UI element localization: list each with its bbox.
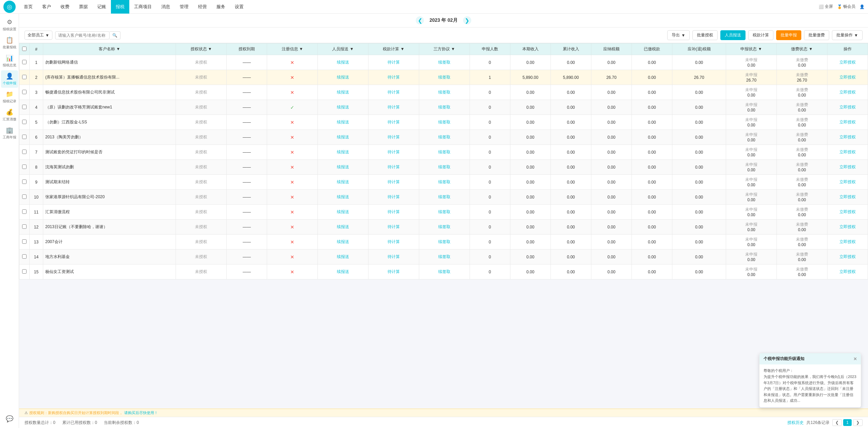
sidebar-item-annual-tax[interactable]: 💰 汇算清缴 bbox=[1, 106, 18, 124]
row-tripartite[interactable]: 续签取 bbox=[419, 175, 470, 190]
row-checkbox-cell[interactable] bbox=[19, 55, 30, 70]
sort-icon[interactable]: ▼ bbox=[809, 47, 813, 51]
row-tripartite[interactable]: 续签取 bbox=[419, 205, 470, 220]
row-checkbox[interactable] bbox=[22, 224, 27, 229]
member-btn[interactable]: 🏅 畅会员 bbox=[837, 4, 855, 10]
row-tax-calc[interactable]: 待计算 bbox=[369, 145, 419, 160]
row-action[interactable]: 立即授权 bbox=[827, 205, 868, 220]
nav-manage[interactable]: 管理 bbox=[175, 0, 193, 14]
sidebar-item-tax-overview[interactable]: 📊 报税总览 bbox=[1, 52, 18, 70]
row-checkbox-cell[interactable] bbox=[19, 70, 30, 85]
row-checkbox[interactable] bbox=[22, 209, 27, 214]
nav-customer[interactable]: 客户 bbox=[37, 0, 56, 14]
search-button[interactable]: 🔍 bbox=[110, 31, 120, 39]
row-person-report[interactable]: 续报送 bbox=[318, 205, 369, 220]
row-tripartite[interactable]: 续签取 bbox=[419, 250, 470, 264]
row-checkbox[interactable] bbox=[22, 60, 27, 64]
nav-invoice[interactable]: 票据 bbox=[74, 0, 93, 14]
row-tax-calc[interactable]: 待计算 bbox=[369, 70, 419, 85]
row-checkbox-cell[interactable] bbox=[19, 115, 30, 130]
next-page-btn[interactable]: ❯ bbox=[853, 419, 863, 426]
sort-icon[interactable]: ▼ bbox=[758, 47, 762, 51]
row-checkbox-cell[interactable] bbox=[19, 264, 30, 279]
row-person-report[interactable]: 续报送 bbox=[318, 55, 369, 70]
row-checkbox[interactable] bbox=[22, 90, 27, 94]
row-tripartite[interactable]: 续签取 bbox=[419, 115, 470, 130]
nav-business[interactable]: 工商项目 bbox=[129, 0, 157, 14]
batch-fee-btn[interactable]: 批量缴费 bbox=[804, 30, 829, 40]
row-tax-calc[interactable]: 待计算 bbox=[369, 160, 419, 175]
row-tripartite[interactable]: 续签取 bbox=[419, 130, 470, 145]
row-action[interactable]: 立即授权 bbox=[827, 55, 868, 70]
row-checkbox[interactable] bbox=[22, 194, 27, 199]
row-action[interactable]: 立即授权 bbox=[827, 85, 868, 100]
row-checkbox[interactable] bbox=[22, 75, 27, 79]
row-tax-calc[interactable]: 待计算 bbox=[369, 85, 419, 100]
row-person-report[interactable]: 续报送 bbox=[318, 220, 369, 235]
row-checkbox-cell[interactable] bbox=[19, 235, 30, 250]
row-action[interactable]: 立即授权 bbox=[827, 190, 868, 205]
row-action[interactable]: 立即授权 bbox=[827, 264, 868, 279]
row-tripartite[interactable]: 续签取 bbox=[419, 70, 470, 85]
prev-page-btn[interactable]: ❮ bbox=[832, 419, 842, 426]
row-checkbox[interactable] bbox=[22, 254, 27, 259]
sort-icon[interactable]: ▼ bbox=[208, 47, 212, 51]
row-checkbox[interactable] bbox=[22, 135, 27, 139]
row-checkbox[interactable] bbox=[22, 269, 27, 274]
row-tax-calc[interactable]: 待计算 bbox=[369, 264, 419, 279]
row-tripartite[interactable]: 续签取 bbox=[419, 190, 470, 205]
row-tax-calc[interactable]: 待计算 bbox=[369, 130, 419, 145]
nav-service[interactable]: 服务 bbox=[212, 0, 230, 14]
nav-home[interactable]: 首页 bbox=[19, 0, 37, 14]
hint-link[interactable]: 请购买后尽快使用！ bbox=[124, 410, 158, 415]
sort-icon[interactable]: ▼ bbox=[350, 47, 354, 51]
row-person-report[interactable]: 续报送 bbox=[318, 250, 369, 264]
prev-month-btn[interactable]: ❮ bbox=[416, 16, 424, 24]
sort-icon[interactable]: ▼ bbox=[400, 47, 405, 51]
row-person-report[interactable]: 续报送 bbox=[318, 190, 369, 205]
person-report-btn[interactable]: 人员报送 bbox=[720, 30, 746, 40]
row-action[interactable]: 立即授权 bbox=[827, 250, 868, 264]
row-tax-calc[interactable]: 待计算 bbox=[369, 220, 419, 235]
row-checkbox[interactable] bbox=[22, 165, 27, 169]
row-tax-calc[interactable]: 待计算 bbox=[369, 235, 419, 250]
sidebar-item-tax-settings[interactable]: ⚙ 报税设置 bbox=[1, 16, 18, 34]
row-tax-calc[interactable]: 待计算 bbox=[369, 205, 419, 220]
batch-auth-btn[interactable]: 批量授权 bbox=[692, 30, 718, 40]
user-avatar[interactable]: 👤 bbox=[859, 4, 865, 9]
nav-operation[interactable]: 经营 bbox=[193, 0, 212, 14]
row-checkbox[interactable] bbox=[22, 150, 27, 154]
row-action[interactable]: 立即授权 bbox=[827, 145, 868, 160]
nav-settings[interactable]: 设置 bbox=[230, 0, 248, 14]
row-checkbox-cell[interactable] bbox=[19, 190, 30, 205]
row-action[interactable]: 立即授权 bbox=[827, 235, 868, 250]
fullscreen-btn[interactable]: ⬜ 全屏 bbox=[819, 4, 833, 10]
nav-bookkeeping[interactable]: 记账 bbox=[93, 0, 111, 14]
sidebar-item-personal-tax[interactable]: 👤 个税申报 bbox=[1, 70, 18, 88]
header-checkbox[interactable] bbox=[19, 44, 30, 55]
sort-icon[interactable]: ▼ bbox=[299, 47, 303, 51]
row-person-report[interactable]: 续报送 bbox=[318, 235, 369, 250]
export-btn[interactable]: 导出 ▼ bbox=[667, 30, 690, 40]
row-checkbox-cell[interactable] bbox=[19, 145, 30, 160]
row-tax-calc[interactable]: 待计算 bbox=[369, 115, 419, 130]
row-person-report[interactable]: 续报送 bbox=[318, 100, 369, 115]
row-action[interactable]: 立即授权 bbox=[827, 100, 868, 115]
sidebar-item-tax-records[interactable]: 📁 报税记录 bbox=[1, 88, 18, 106]
nav-tax[interactable]: 报税 bbox=[111, 0, 129, 14]
row-tripartite[interactable]: 续签取 bbox=[419, 85, 470, 100]
row-tripartite[interactable]: 续签取 bbox=[419, 235, 470, 250]
row-person-report[interactable]: 续报送 bbox=[318, 264, 369, 279]
select-all-checkbox[interactable] bbox=[22, 47, 27, 51]
sidebar-item-batch-tax[interactable]: 📋 批量报税 bbox=[1, 34, 18, 52]
row-tripartite[interactable]: 续签取 bbox=[419, 264, 470, 279]
row-checkbox-cell[interactable] bbox=[19, 205, 30, 220]
row-person-report[interactable]: 续报送 bbox=[318, 115, 369, 130]
row-action[interactable]: 立即授权 bbox=[827, 70, 868, 85]
sort-icon[interactable]: ▼ bbox=[116, 47, 120, 51]
row-action[interactable]: 立即授权 bbox=[827, 220, 868, 235]
row-tripartite[interactable]: 续签取 bbox=[419, 145, 470, 160]
page-1-btn[interactable]: 1 bbox=[843, 419, 852, 426]
row-checkbox-cell[interactable] bbox=[19, 220, 30, 235]
sidebar-item-annual-report[interactable]: 🏢 工商年报 bbox=[1, 124, 18, 142]
